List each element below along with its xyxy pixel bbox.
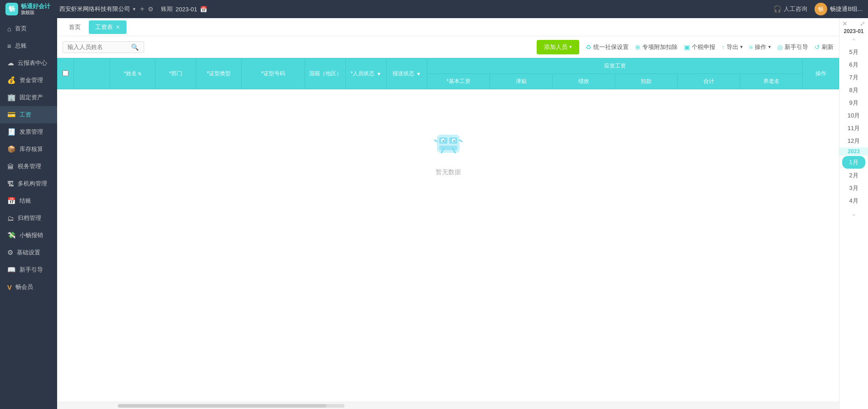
month-item-2023-01[interactable]: 1月: [842, 156, 865, 169]
refresh-button[interactable]: ↺ 刷新: [815, 43, 834, 51]
year-2023-label: 2023: [839, 147, 868, 156]
calendar-icon[interactable]: 📅: [200, 6, 207, 13]
sidebar-item-invoice[interactable]: 🧾 发票管理: [0, 123, 57, 141]
sidebar-item-settings[interactable]: ⚙ 基础设置: [0, 244, 57, 261]
month-item-2022-12[interactable]: 12月: [839, 135, 868, 147]
archive-icon: 🗂: [7, 214, 14, 222]
app-logo: 畅 畅通好会计 旗舰版: [5, 3, 50, 15]
sidebar-item-ledger[interactable]: ≡ 总账: [0, 37, 57, 54]
svg-line-11: [460, 140, 462, 141]
month-item-2022-05[interactable]: 5月: [839, 46, 868, 58]
scroll-down-icon: ⌄: [851, 209, 857, 217]
add-person-button[interactable]: 添加人员 ▾: [537, 40, 579, 54]
sidebar-label-guide: 新手引导: [19, 266, 43, 274]
headset-icon: 🎧: [773, 5, 782, 13]
special-deduction-icon: ⊕: [635, 44, 640, 51]
month-item-2023-02[interactable]: 2月: [839, 169, 868, 182]
sidebar-item-archive[interactable]: 🗂 归档管理: [0, 209, 57, 227]
scroll-up-button[interactable]: ⌃: [839, 37, 868, 46]
search-input[interactable]: [68, 44, 131, 50]
sidebar-item-close-period[interactable]: 📅 结账: [0, 192, 57, 209]
tab-home[interactable]: 首页: [63, 20, 87, 34]
th-checkbox: [58, 58, 74, 89]
service-button[interactable]: 🎧 人工咨询: [773, 5, 807, 13]
multi-org-icon: 🏗: [7, 180, 14, 188]
company-dropdown-arrow: ▾: [133, 6, 136, 12]
th-deduction: 扣款: [615, 74, 678, 89]
fixed-assets-icon: 🏢: [7, 93, 16, 102]
company-selector[interactable]: 西安虾米网络科技有限公司 ▾: [59, 5, 136, 13]
settings-button[interactable]: ⚙: [148, 5, 154, 13]
add-person-arrow: ▾: [569, 44, 572, 50]
new-guide-button[interactable]: ◎ 新手引导: [777, 43, 808, 51]
refresh-label: 刷新: [822, 43, 834, 51]
sidebar-item-fixed-assets[interactable]: 🏢 固定资产: [0, 89, 57, 106]
month-item-2022-06[interactable]: 6月: [839, 58, 868, 71]
th-base-label: *基本工资: [446, 78, 470, 84]
social-security-label: 统一社保设置: [593, 43, 629, 51]
user-name: 畅捷通B组...: [830, 5, 863, 13]
scrollbar-track[interactable]: [118, 404, 344, 408]
social-security-button[interactable]: ♻ 统一社保设置: [586, 43, 629, 51]
close-panel-icon[interactable]: ✕: [842, 20, 848, 27]
export-button[interactable]: ↑ 导出 ▾: [722, 43, 743, 51]
status-filter-icon[interactable]: ▼: [376, 71, 381, 77]
month-item-2022-09[interactable]: 9月: [839, 97, 868, 109]
sidebar-item-expense[interactable]: 💸 小畅报销: [0, 227, 57, 244]
select-all-checkbox[interactable]: [63, 70, 68, 76]
sidebar-item-inventory[interactable]: 📦 库存核算: [0, 141, 57, 158]
sidebar-item-tax[interactable]: 🏛 税务管理: [0, 158, 57, 175]
tax-report-icon: ▣: [684, 44, 690, 51]
tax-report-button[interactable]: ▣ 个税申报: [684, 43, 715, 51]
scrollbar-thumb[interactable]: [118, 404, 326, 408]
close-period-icon: 📅: [7, 197, 16, 205]
invoice-icon: 🧾: [7, 128, 16, 136]
th-cert-no: *证型号码: [242, 58, 305, 89]
sidebar-item-home[interactable]: ⌂ 首页: [0, 20, 57, 37]
empty-state: 暂无数据: [58, 89, 839, 213]
th-report-status: 报送状态 ▼: [387, 58, 427, 89]
th-cert-type-label: *证型类型: [207, 70, 231, 77]
th-subsidy: 津贴: [490, 74, 553, 89]
month-item-2023-04[interactable]: 4月: [839, 195, 868, 207]
user-info[interactable]: 畅 畅捷通B组...: [815, 3, 863, 15]
operations-button[interactable]: ≡ 操作 ▾: [749, 43, 771, 51]
th-report-label: 报送状态: [393, 70, 414, 78]
sidebar-item-guide[interactable]: 📖 新手引导: [0, 261, 57, 278]
th-pension: 养老名: [740, 74, 803, 89]
th-base-salary: *基本工资: [427, 74, 490, 89]
month-item-2022-07[interactable]: 7月: [839, 71, 868, 84]
sidebar-item-multi-org[interactable]: 🏗 多机构管理: [0, 175, 57, 192]
search-icon: 🔍: [131, 44, 139, 51]
sidebar-label-ledger: 总账: [15, 42, 27, 50]
month-item-2023-03[interactable]: 3月: [839, 182, 868, 195]
name-sort-icon[interactable]: ⇅: [138, 71, 141, 76]
svg-rect-3: [439, 146, 457, 150]
svg-line-10: [435, 140, 437, 141]
app-subtitle: 旗舰版: [21, 10, 50, 15]
sidebar-item-salary[interactable]: 💳 工资: [0, 106, 57, 123]
sidebar-item-cloud-report[interactable]: ☁ 云报表中心: [0, 54, 57, 72]
month-list: 5月 6月 7月 8月 9月 10月 11月 12月 2023 1月 2月 3月…: [839, 46, 868, 207]
expand-panel-icon[interactable]: ⤢: [860, 20, 865, 27]
th-salary-group: 应发工资: [427, 58, 803, 74]
search-wrap[interactable]: 🔍: [63, 41, 144, 53]
sidebar-item-fund[interactable]: 💰 资金管理: [0, 72, 57, 89]
th-name-label: *姓名: [124, 70, 137, 78]
month-item-2022-10[interactable]: 10月: [839, 109, 868, 122]
add-company-button[interactable]: +: [140, 5, 144, 13]
horizontal-scrollbar[interactable]: [57, 402, 839, 409]
sidebar-item-member[interactable]: V 畅会员: [0, 278, 57, 296]
tab-salary-close[interactable]: ✕: [116, 24, 120, 30]
month-item-2022-08[interactable]: 8月: [839, 84, 868, 97]
th-deduction-label: 扣款: [641, 78, 652, 84]
th-emp-id: [74, 58, 110, 89]
scroll-down-button[interactable]: ⌄: [839, 209, 868, 218]
special-deduction-button[interactable]: ⊕ 专项附加扣除: [635, 43, 678, 51]
report-filter-icon[interactable]: ▼: [416, 71, 421, 77]
sidebar-label-inventory: 库存核算: [19, 145, 43, 153]
salary-icon: 💳: [7, 111, 16, 119]
content-area: 首页 工资表 ✕ 🔍 添加人员 ▾ ♻ 统一社保设置: [57, 18, 839, 409]
tab-salary[interactable]: 工资表 ✕: [89, 20, 126, 34]
month-item-2022-11[interactable]: 11月: [839, 122, 868, 135]
